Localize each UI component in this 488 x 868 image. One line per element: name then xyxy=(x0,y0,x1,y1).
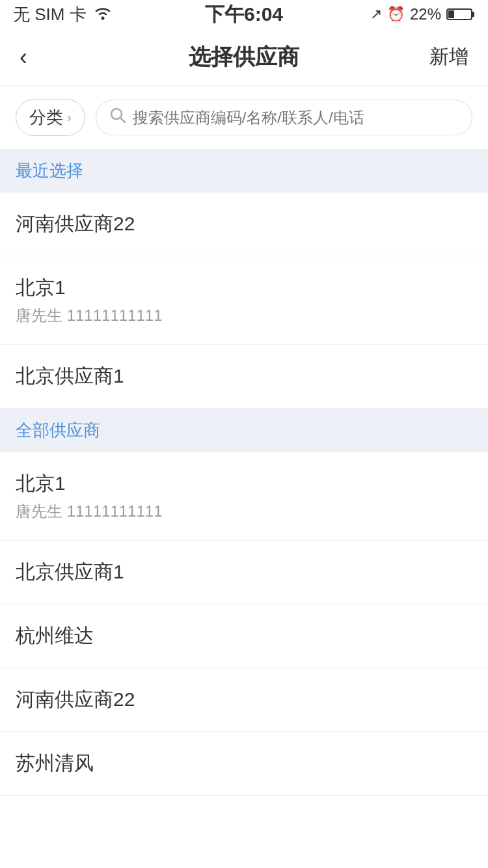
add-button[interactable]: 新增 xyxy=(429,44,468,70)
status-bar: 无 SIM 卡 下午6:04 ↗ ⏰ 22% xyxy=(0,0,488,29)
search-area: 分类 › xyxy=(0,86,488,149)
item-name: 苏州清风 xyxy=(16,750,472,777)
item-name: 北京供应商1 xyxy=(16,363,472,390)
battery-label: 22% xyxy=(410,5,441,23)
status-left: 无 SIM 卡 xyxy=(13,3,113,26)
item-sub: 唐先生 11111111111 xyxy=(16,305,472,326)
back-button[interactable]: ‹ xyxy=(20,44,59,71)
item-name: 北京供应商1 xyxy=(16,559,472,586)
status-right: ↗ ⏰ 22% xyxy=(370,5,475,23)
svg-rect-2 xyxy=(472,12,474,17)
page-title: 选择供应商 xyxy=(189,42,299,72)
category-label: 分类 xyxy=(29,106,63,129)
list-item[interactable]: 河南供应商22 xyxy=(0,193,488,256)
item-sub: 唐先生 11111111111 xyxy=(16,501,472,522)
status-time: 下午6:04 xyxy=(205,1,283,28)
all-section-header: 全部供应商 xyxy=(0,409,488,452)
battery-icon xyxy=(446,7,475,21)
recent-section-header: 最近选择 xyxy=(0,149,488,193)
search-input-wrap xyxy=(96,100,472,135)
search-input[interactable] xyxy=(133,109,459,127)
list-item[interactable]: 苏州清风 xyxy=(0,732,488,796)
alarm-icon: ⏰ xyxy=(387,6,405,23)
recent-items-list: 河南供应商22北京1唐先生 11111111111北京供应商1 xyxy=(0,193,488,409)
list-item[interactable]: 北京供应商1 xyxy=(0,541,488,604)
nav-bar: ‹ 选择供应商 新增 xyxy=(0,29,488,86)
list-item[interactable]: 杭州维达 xyxy=(0,604,488,668)
item-name: 北京1 xyxy=(16,275,472,301)
search-icon xyxy=(109,107,126,128)
svg-rect-3 xyxy=(448,10,454,18)
category-button[interactable]: 分类 › xyxy=(16,99,85,136)
svg-line-5 xyxy=(120,118,125,122)
list-item[interactable]: 北京供应商1 xyxy=(0,345,488,409)
category-arrow-icon: › xyxy=(67,110,72,125)
svg-point-0 xyxy=(101,16,104,20)
list-item[interactable]: 北京1唐先生 11111111111 xyxy=(0,256,488,345)
carrier-label: 无 SIM 卡 xyxy=(13,3,87,26)
item-name: 杭州维达 xyxy=(16,623,472,649)
item-name: 河南供应商22 xyxy=(16,686,472,713)
item-name: 北京1 xyxy=(16,470,472,497)
list-item[interactable]: 河南供应商22 xyxy=(0,668,488,732)
item-name: 河南供应商22 xyxy=(16,211,472,237)
list-item[interactable]: 北京1唐先生 11111111111 xyxy=(0,452,488,541)
location-icon: ↗ xyxy=(370,6,382,23)
wifi-icon xyxy=(93,5,113,25)
all-items-list: 北京1唐先生 11111111111北京供应商1杭州维达河南供应商22苏州清风 xyxy=(0,452,488,796)
